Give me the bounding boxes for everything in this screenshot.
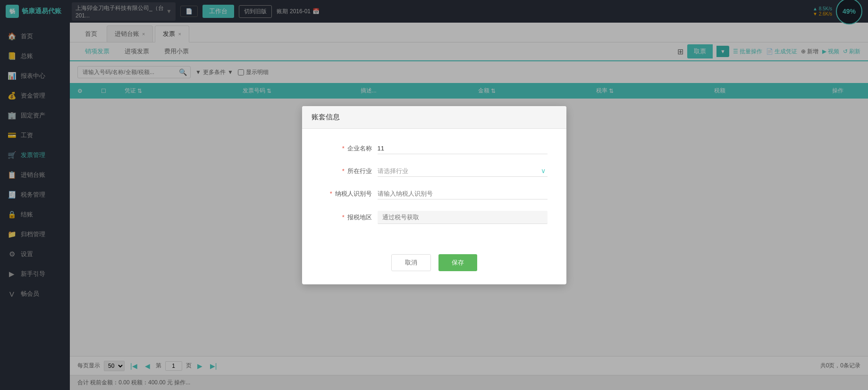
- dialog-header: 账套信息: [302, 106, 566, 129]
- company-name-row: * 企业名称: [321, 143, 548, 154]
- tax-region-label: * 报税地区: [321, 213, 378, 222]
- cancel-button[interactable]: 取消: [391, 254, 431, 271]
- industry-row: * 所在行业 请选择行业 ∨: [321, 166, 548, 177]
- required-star2: *: [342, 167, 345, 174]
- dialog-body: * 企业名称 * 所在行业 请选择行业 ∨: [302, 129, 566, 249]
- required-star: *: [342, 145, 345, 152]
- industry-select-wrapper[interactable]: 请选择行业 ∨: [378, 166, 548, 177]
- tax-id-row: * 纳税人识别号: [321, 188, 548, 199]
- tax-id-label: * 纳税人识别号: [321, 190, 378, 198]
- tax-region-row: * 报税地区: [321, 211, 548, 224]
- account-info-dialog: 账套信息 * 企业名称 * 所在行业 请选择行业: [302, 106, 566, 284]
- dialog-footer: 取消 保存: [302, 249, 566, 284]
- tax-id-input[interactable]: [378, 188, 548, 199]
- required-star4: *: [342, 214, 345, 221]
- industry-label: * 所在行业: [321, 167, 378, 175]
- dialog-title: 账套信息: [312, 113, 340, 121]
- modal-overlay: 账套信息 * 企业名称 * 所在行业 请选择行业: [0, 0, 868, 390]
- company-name-input[interactable]: [378, 143, 548, 154]
- company-name-label: * 企业名称: [321, 144, 378, 153]
- required-star3: *: [330, 190, 332, 197]
- save-button[interactable]: 保存: [438, 254, 477, 271]
- industry-select[interactable]: 请选择行业: [378, 166, 548, 176]
- tax-region-input: [378, 211, 548, 224]
